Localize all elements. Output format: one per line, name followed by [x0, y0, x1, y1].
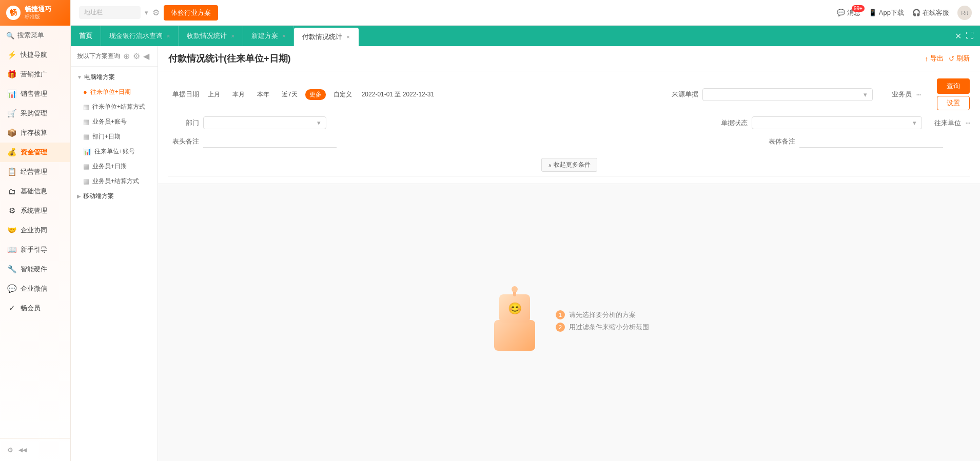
dropdown-arrow-icon[interactable]: ▾: [145, 9, 148, 16]
collapse-conditions-btn[interactable]: 收起更多条件: [541, 158, 597, 172]
tab-new-scheme[interactable]: 新建方案 ×: [243, 26, 294, 46]
date-label: 单据日期: [168, 90, 199, 99]
scheme-item-staff-settle-label: 业务员+结算方式: [92, 177, 139, 186]
coop-icon: 🤝: [7, 226, 16, 235]
scheme-group-desktop-header[interactable]: ▼ 电脑端方案: [71, 70, 158, 85]
tab-receipt-stat-close[interactable]: ×: [231, 33, 234, 39]
sidebar-item-label: 基础信息: [21, 187, 47, 196]
status-select[interactable]: [752, 116, 922, 129]
chevron-down-icon: ▼: [77, 74, 82, 80]
date-btn-last-month[interactable]: 上月: [203, 89, 225, 101]
tab-receipt-stat[interactable]: 收款情况统计 ×: [179, 26, 243, 46]
message-btn[interactable]: 💬 消息 99+: [837, 8, 860, 17]
topbar-left: 地址栏 ▾ ⚙ 体验行业方案: [79, 5, 831, 21]
online-service-btn[interactable]: 🎧 在线客服: [912, 8, 949, 17]
tab-bank-flow-close[interactable]: ×: [167, 33, 170, 39]
collapse-label: 收起更多条件: [554, 161, 591, 169]
unit-select-btn[interactable]: ···: [965, 117, 970, 128]
scheme-group-mobile-header[interactable]: ▶ 移动端方案: [71, 189, 158, 204]
page-actions: ↑ 导出 ↺ 刷新: [925, 54, 970, 63]
app-download-btn[interactable]: 📱 App下载: [869, 8, 904, 17]
message-icon: 💬: [837, 9, 845, 16]
sidebar-item-label: 销售管理: [21, 89, 47, 98]
empty-texts: 1 请先选择要分析的方案 2 用过滤条件来缩小分析范围: [556, 310, 649, 335]
sidebar-item-coop[interactable]: 🤝 企业协同: [0, 221, 70, 240]
sidebar-item-member[interactable]: ✓ 畅会员: [0, 298, 70, 318]
close-all-icon[interactable]: ✕: [955, 31, 962, 41]
scheme-item-staff-date-label: 业务员+日期: [92, 162, 127, 171]
purchase-icon: 🛒: [7, 109, 16, 118]
set-btn[interactable]: 设置: [937, 96, 970, 110]
scheme-settings-icon[interactable]: ⚙: [133, 51, 140, 61]
user-avatar[interactable]: Rit: [957, 6, 972, 20]
logo-sub: 标准版: [25, 13, 51, 21]
scheme-item-staff-settle[interactable]: ▦ 业务员+结算方式: [71, 174, 158, 189]
source-select[interactable]: [702, 88, 873, 101]
refresh-btn[interactable]: ↺ 刷新: [949, 54, 970, 63]
scheme-item-unit-date[interactable]: ● 往来单位+日期: [71, 85, 158, 99]
tab-payment-stat-close[interactable]: ×: [346, 34, 349, 40]
scheme-item-dept-date[interactable]: ▦ 部门+日期: [71, 129, 158, 144]
collapse-panel-icon[interactable]: ◀: [143, 51, 149, 61]
sidebar-item-label: 企业微信: [21, 284, 47, 293]
tab-payment-stat[interactable]: 付款情况统计 ×: [294, 28, 358, 46]
staff-select-btn[interactable]: ···: [916, 89, 920, 100]
industry-btn[interactable]: 体验行业方案: [164, 5, 218, 21]
search-label: 搜索菜单: [17, 31, 44, 40]
scheme-item-staff-date[interactable]: ▦ 业务员+日期: [71, 159, 158, 174]
main: 地址栏 ▾ ⚙ 体验行业方案 💬 消息 99+ 📱 App下载 🎧 在线客服 R…: [71, 0, 980, 461]
search-menu[interactable]: 🔍 搜索菜单: [0, 26, 70, 45]
sidebar-item-quick-nav[interactable]: ⚡ 快捷导航: [0, 45, 70, 65]
sidebar-item-purchase[interactable]: 🛒 采购管理: [0, 104, 70, 123]
expand-icon[interactable]: ⛶: [966, 31, 974, 41]
dept-select[interactable]: [203, 116, 326, 129]
date-btn-this-year[interactable]: 本年: [252, 89, 274, 101]
date-btn-more[interactable]: 更多: [305, 89, 326, 100]
tab-new-scheme-close[interactable]: ×: [282, 33, 285, 39]
tab-home[interactable]: 首页: [71, 26, 101, 46]
system-icon: ⚙: [7, 206, 16, 215]
sidebar-item-sales[interactable]: 📊 销售管理: [0, 84, 70, 104]
scheme-item-unit-settle[interactable]: ▦ 往来单位+结算方式: [71, 99, 158, 114]
tab-bank-flow[interactable]: 现金银行流水查询 ×: [101, 26, 179, 46]
sidebar-item-label: 新手引导: [21, 245, 47, 254]
collapse-icon[interactable]: ◀◀: [18, 447, 27, 453]
settings-gear-icon[interactable]: ⚙: [152, 8, 160, 17]
date-btn-custom[interactable]: 自定义: [329, 89, 357, 101]
dept-label: 部门: [168, 118, 199, 128]
basic-icon: 🗂: [7, 187, 16, 196]
export-icon: ↑: [925, 55, 929, 63]
sidebar-nav: ⚡ 快捷导航 🎁 营销推广 📊 销售管理 🛒 采购管理 📦 库存核算 💰 资金管…: [0, 45, 70, 438]
scheme-item-staff-date-icon: ▦: [83, 163, 89, 170]
export-btn[interactable]: ↑ 导出: [925, 54, 944, 63]
sidebar-item-label: 智能硬件: [21, 265, 47, 274]
date-btn-7days[interactable]: 近7天: [277, 89, 302, 101]
add-scheme-btn[interactable]: ⊕: [123, 51, 130, 61]
dept-dropdown-icon: [317, 119, 321, 127]
sidebar-item-capital[interactable]: 💰 资金管理: [0, 143, 70, 162]
sidebar: 畅 畅捷通巧 标准版 🔍 搜索菜单 ⚡ 快捷导航 🎁 营销推广 📊 销售管理 🛒…: [0, 0, 71, 461]
date-btn-this-month[interactable]: 本月: [228, 89, 249, 101]
sidebar-item-operation[interactable]: 📋 经营管理: [0, 162, 70, 182]
body-note-input[interactable]: [799, 135, 943, 148]
sidebar-item-system[interactable]: ⚙ 系统管理: [0, 201, 70, 221]
sidebar-item-hardware[interactable]: 🔧 智能硬件: [0, 259, 70, 279]
body-note-label: 表体备注: [765, 137, 795, 146]
scheme-item-unit-account[interactable]: 📊 往来单位+账号: [71, 144, 158, 159]
chevron-right-icon: ▶: [77, 193, 81, 199]
filter-col-header-note: 表头备注: [168, 135, 756, 148]
sidebar-item-label: 库存核算: [21, 128, 47, 137]
sidebar-item-marketing[interactable]: 🎁 营销推广: [0, 65, 70, 84]
sidebar-item-guide[interactable]: 📖 新手引导: [0, 240, 70, 259]
query-btn[interactable]: 查询: [937, 78, 970, 94]
inventory-icon: 📦: [7, 128, 16, 137]
scheme-group-desktop-label: 电脑端方案: [84, 73, 115, 82]
scheme-item-staff-account[interactable]: ▦ 业务员+账号: [71, 114, 158, 129]
settings-icon[interactable]: ⚙: [7, 446, 13, 454]
header-note-input[interactable]: [203, 135, 337, 148]
sidebar-item-inventory[interactable]: 📦 库存核算: [0, 123, 70, 143]
empty-content: 😊 1 请先选择要分析的方案 2: [489, 294, 649, 351]
topbar: 地址栏 ▾ ⚙ 体验行业方案 💬 消息 99+ 📱 App下载 🎧 在线客服 R…: [71, 0, 980, 26]
sidebar-item-wechat[interactable]: 💬 企业微信: [0, 279, 70, 298]
sidebar-item-basic[interactable]: 🗂 基础信息: [0, 182, 70, 201]
